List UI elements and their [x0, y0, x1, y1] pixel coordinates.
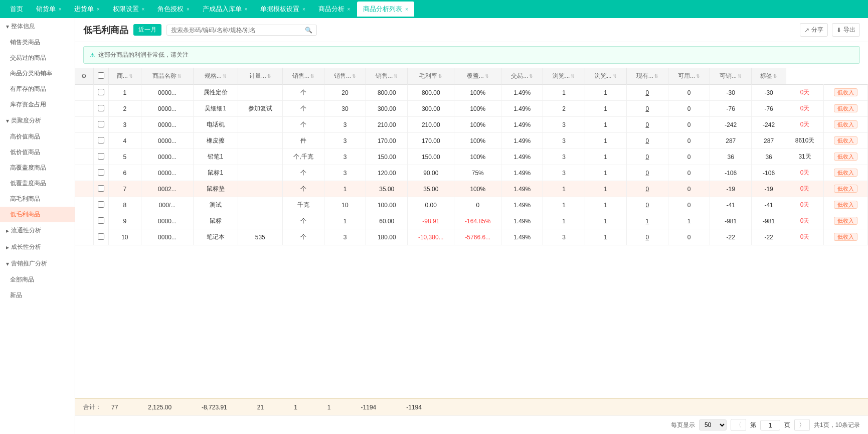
th-sales-qty[interactable]: 销售...⇅: [282, 68, 324, 85]
row-checkbox[interactable]: [98, 105, 104, 111]
sidebar-section-overall[interactable]: ▾ 整体信息: [0, 18, 75, 35]
row-checkbox[interactable]: [98, 233, 104, 240]
th-coverage[interactable]: 覆盖...⇅: [454, 68, 501, 85]
tag-badge: 低收入: [834, 120, 857, 128]
cell-checkbox[interactable]: [93, 85, 108, 101]
th-view2[interactable]: 浏览...⇅: [585, 68, 626, 85]
cell-code: 000/...: [141, 197, 194, 213]
nav-analysis-list[interactable]: 商品分析列表 ×: [357, 2, 414, 17]
th-settings[interactable]: ⚙: [75, 68, 93, 85]
sidebar-item-in-stock[interactable]: 有库存的商品: [0, 81, 75, 97]
export-button[interactable]: ⬇ 导出: [832, 23, 860, 37]
row-checkbox[interactable]: [98, 153, 104, 160]
th-sales-price[interactable]: 销售...⇅: [324, 68, 366, 85]
nav-close-analysis-list[interactable]: ×: [405, 7, 408, 12]
th-sales-amount[interactable]: 销售...⇅: [366, 68, 408, 85]
th-available[interactable]: 可用...⇅: [668, 68, 710, 85]
per-page-select[interactable]: 50 100: [699, 419, 727, 430]
row-checkbox[interactable]: [98, 121, 104, 127]
row-checkbox[interactable]: [98, 137, 104, 143]
sidebar-item-low-value[interactable]: 低价值商品: [0, 144, 75, 160]
nav-permissions[interactable]: 权限设置 ×: [107, 2, 150, 17]
sidebar-section-growth[interactable]: ▸ 成长性分析: [0, 239, 75, 255]
row-checkbox[interactable]: [98, 217, 104, 224]
search-input[interactable]: [171, 27, 303, 34]
cell-checkbox[interactable]: [93, 213, 108, 229]
th-tag[interactable]: 标签⇅: [752, 68, 786, 85]
nav-home[interactable]: 首页: [4, 2, 29, 17]
cell-view1[interactable]: 0: [626, 117, 668, 133]
th-current[interactable]: 现有...⇅: [626, 68, 668, 85]
sidebar-item-high-value[interactable]: 高价值商品: [0, 129, 75, 144]
nav-templates[interactable]: 单据模板设置 ×: [254, 2, 311, 17]
th-unit[interactable]: 计量...⇅: [238, 68, 282, 85]
th-sellable[interactable]: 可销...⇅: [710, 68, 752, 85]
sidebar-section-marketing[interactable]: ▾ 营销推广分析: [0, 255, 75, 272]
nav-close-products[interactable]: ×: [245, 7, 248, 12]
cell-price1: 800.00: [366, 85, 408, 101]
cell-view1[interactable]: 0: [626, 101, 668, 117]
nav-products[interactable]: 产成品入库单 ×: [197, 2, 253, 17]
cell-view1[interactable]: 0: [626, 85, 668, 101]
sidebar-item-sales-goods[interactable]: 销售类商品: [0, 35, 75, 50]
sidebar-section-flow[interactable]: ▸ 流通性分析: [0, 222, 75, 239]
nav-close-roles[interactable]: ×: [187, 7, 190, 12]
row-checkbox[interactable]: [98, 201, 104, 208]
nav-purchase[interactable]: 进货单 ×: [68, 2, 105, 17]
nav-sales[interactable]: 销货单 ×: [30, 2, 67, 17]
nav-close-permissions[interactable]: ×: [142, 7, 145, 12]
cell-checkbox[interactable]: [93, 117, 108, 133]
th-checkbox[interactable]: [93, 68, 108, 85]
row-checkbox[interactable]: [98, 169, 104, 176]
prev-page-button[interactable]: 〈: [731, 419, 746, 431]
th-margin[interactable]: 毛利率⇅: [408, 68, 454, 85]
cell-view1[interactable]: 0: [626, 197, 668, 213]
search-box[interactable]: 🔍: [166, 25, 317, 36]
row-checkbox[interactable]: [98, 185, 104, 192]
next-page-button[interactable]: 〉: [794, 419, 810, 431]
cell-view1[interactable]: 1: [626, 213, 668, 229]
share-button[interactable]: ↗ 分享: [800, 23, 828, 37]
cell-view1[interactable]: 0: [626, 149, 668, 165]
sidebar-item-category-rate[interactable]: 商品分类助销率: [0, 66, 75, 81]
cell-checkbox[interactable]: [93, 133, 108, 149]
sidebar-item-high-coverage[interactable]: 高覆盖度商品: [0, 160, 75, 176]
cell-checkbox[interactable]: [93, 101, 108, 117]
nav-close-purchase[interactable]: ×: [97, 7, 100, 12]
sidebar-item-all-goods[interactable]: 全部商品: [0, 272, 75, 287]
nav-roles[interactable]: 角色授权 ×: [151, 2, 195, 17]
cell-view1[interactable]: 0: [626, 133, 668, 149]
th-spec[interactable]: 规格...⇅: [193, 68, 238, 85]
sidebar-item-new-goods[interactable]: 新品: [0, 287, 75, 303]
cell-checkbox[interactable]: [93, 229, 108, 245]
sidebar-item-traded[interactable]: 交易过的商品: [0, 50, 75, 66]
th-name[interactable]: 商品名称⇅: [141, 68, 194, 85]
nav-close-analysis[interactable]: ×: [347, 7, 350, 12]
cell-view1[interactable]: 0: [626, 181, 668, 197]
sidebar-section-cluster[interactable]: ▾ 类聚度分析: [0, 112, 75, 129]
cell-checkbox[interactable]: [93, 181, 108, 197]
cell-current: 287: [710, 133, 752, 149]
nav-close-sales[interactable]: ×: [59, 7, 62, 12]
th-trade[interactable]: 交易...⇅: [501, 68, 543, 85]
footer-trade: 1: [294, 404, 297, 411]
cell-view1[interactable]: 0: [626, 229, 668, 245]
sidebar-item-high-margin[interactable]: 高毛利商品: [0, 191, 75, 207]
cell-checkbox[interactable]: [93, 149, 108, 165]
cell-view2: 0: [668, 117, 710, 133]
sidebar-item-low-coverage[interactable]: 低覆盖度商品: [0, 176, 75, 191]
page-input[interactable]: [760, 420, 780, 430]
cell-checkbox[interactable]: [93, 197, 108, 213]
sidebar-item-capital[interactable]: 库存资金占用: [0, 97, 75, 112]
th-view1[interactable]: 浏览...⇅: [543, 68, 585, 85]
cell-checkbox[interactable]: [93, 165, 108, 181]
search-icon[interactable]: 🔍: [305, 27, 312, 34]
row-checkbox[interactable]: [98, 89, 104, 95]
nav-analysis[interactable]: 商品分析 ×: [312, 2, 356, 17]
sidebar-item-low-margin[interactable]: 低毛利商品: [0, 207, 75, 222]
th-code[interactable]: 商...⇅: [108, 68, 141, 85]
filter-date-button[interactable]: 近一月: [133, 24, 161, 36]
nav-close-templates[interactable]: ×: [302, 7, 305, 12]
cell-view1[interactable]: 0: [626, 165, 668, 181]
select-all-checkbox[interactable]: [98, 72, 104, 79]
